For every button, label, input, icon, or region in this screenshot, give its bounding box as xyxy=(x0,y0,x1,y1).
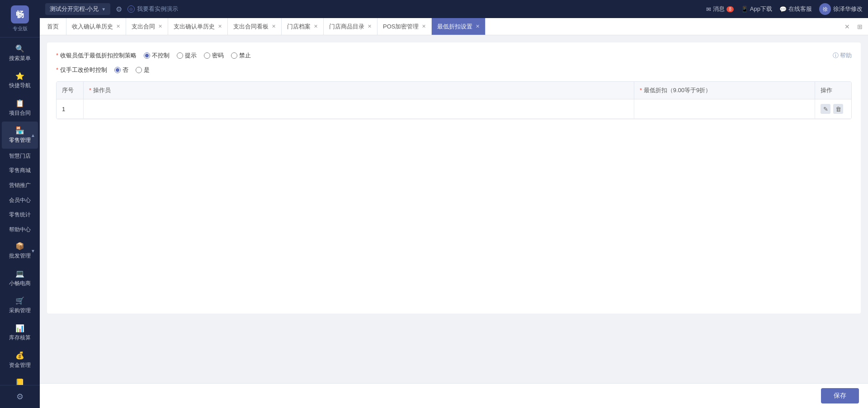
project-selector[interactable]: 测试分开完程-小兄 ▼ xyxy=(45,3,110,15)
finance-icon: 💰 xyxy=(15,351,24,361)
help-link[interactable]: ⓘ 帮助 xyxy=(833,52,852,60)
tab-payment-board-close-icon[interactable]: ✕ xyxy=(272,23,276,29)
user-menu[interactable]: 徐 徐泽华修改 xyxy=(819,3,863,15)
manual-price-label: 仅手工改价时控制 xyxy=(56,66,107,74)
help-circle-icon: ⓘ xyxy=(833,52,839,60)
radio-manual-no[interactable]: 否 xyxy=(114,66,128,74)
delete-row-button[interactable]: 🗑 xyxy=(833,104,843,114)
retail-arrow-icon: ▲ xyxy=(31,132,35,138)
messages-label: 消息 xyxy=(713,5,725,13)
sidebar-item-marketing[interactable]: 营销推广 xyxy=(2,178,38,193)
tab-min-discount[interactable]: 最低折扣设置 ✕ xyxy=(432,18,486,35)
help-label: 帮助 xyxy=(840,52,852,60)
message-icon: ✉ xyxy=(706,6,711,13)
project-dropdown-arrow-icon: ▼ xyxy=(101,7,106,12)
save-button[interactable]: 保存 xyxy=(821,388,859,403)
col-min-discount: 最低折扣（9.00等于9折） xyxy=(634,82,815,99)
tab-store-goods[interactable]: 门店商品目录 ✕ xyxy=(324,18,377,35)
tab-min-discount-close-icon[interactable]: ✕ xyxy=(476,23,480,29)
user-name: 徐泽华修改 xyxy=(833,5,863,13)
tab-payment-confirm-history-label: 支出确认单历史 xyxy=(174,23,215,31)
tabs-bar: 首页 收入确认单历史 ✕ 支出合同 ✕ 支出确认单历史 ✕ 支出合同看板 ✕ 门… xyxy=(40,18,868,35)
radio-manual-yes-label: 是 xyxy=(144,66,150,74)
sidebar: 畅 专业版 🔍 搜索菜单 ⭐ 快捷导航 📋 项目合同 🏪 零售管理 ▲ 智慧门店… xyxy=(0,0,40,408)
radio-manual-no-input[interactable] xyxy=(114,67,121,73)
sidebar-item-ecommerce[interactable]: 💻 小畅电商 xyxy=(2,265,38,291)
tab-pos-password-close-icon[interactable]: ✕ xyxy=(422,23,426,29)
sidebar-item-shortcut[interactable]: ⭐ 快捷导航 xyxy=(2,67,38,94)
edit-row-button[interactable]: ✎ xyxy=(821,104,830,114)
tab-payment-contract-close-icon[interactable]: ✕ xyxy=(158,23,162,29)
tab-store-goods-label: 门店商品目录 xyxy=(329,23,364,31)
sidebar-item-label: 营销推广 xyxy=(9,182,31,189)
project-icon: 📋 xyxy=(15,99,24,108)
sidebar-item-label: 小畅电商 xyxy=(9,280,31,287)
online-service-button[interactable]: 💬 在线客服 xyxy=(779,5,812,13)
tab-store-profile[interactable]: 门店档案 ✕ xyxy=(282,18,324,35)
tab-payment-confirm-history-close-icon[interactable]: ✕ xyxy=(218,23,222,29)
tab-payment-board[interactable]: 支出合同看板 ✕ xyxy=(228,18,282,35)
sidebar-item-project[interactable]: 📋 项目合同 xyxy=(2,94,38,121)
radio-password[interactable]: 密码 xyxy=(204,52,224,60)
ledger-icon: 📒 xyxy=(15,378,24,385)
sidebar-item-member[interactable]: 会员中心 xyxy=(2,193,38,208)
topbar-settings-icon[interactable]: ⚙ xyxy=(116,5,122,14)
radio-prompt-input[interactable] xyxy=(177,52,183,59)
topbar-demo[interactable]: ◎ 我要看实例演示 xyxy=(127,5,178,13)
download-icon: 📱 xyxy=(741,6,748,13)
radio-prompt[interactable]: 提示 xyxy=(177,52,197,60)
sidebar-logo: 畅 专业版 xyxy=(0,0,40,38)
radio-password-input[interactable] xyxy=(204,52,210,59)
sidebar-item-batch[interactable]: 📦 批发管理 ▼ xyxy=(2,237,38,264)
logo-icon: 畅 xyxy=(11,5,29,23)
manual-price-radio-group: 否 是 xyxy=(114,66,150,74)
close-tab-icon[interactable]: ✕ xyxy=(843,22,852,31)
radio-forbid[interactable]: 禁止 xyxy=(231,52,251,60)
cell-operator xyxy=(84,99,634,118)
radio-forbid-input[interactable] xyxy=(231,52,237,59)
tab-home[interactable]: 首页 xyxy=(40,18,66,35)
tab-payment-contract[interactable]: 支出合同 ✕ xyxy=(126,18,168,35)
sidebar-item-label: 资金管理 xyxy=(9,362,31,369)
inventory-icon: 📊 xyxy=(15,324,24,333)
tab-income-history[interactable]: 收入确认单历史 ✕ xyxy=(66,18,126,35)
tab-store-profile-close-icon[interactable]: ✕ xyxy=(314,23,318,29)
sidebar-item-purchase[interactable]: 🛒 采购管理 xyxy=(2,292,38,319)
online-service-label: 在线客服 xyxy=(788,5,812,13)
tab-payment-confirm-history[interactable]: 支出确认单历史 ✕ xyxy=(168,18,228,35)
footer: 保存 xyxy=(40,383,868,408)
sidebar-item-online-store[interactable]: 零售商城 xyxy=(2,164,38,178)
sidebar-item-help-center[interactable]: 帮助中心 xyxy=(2,223,38,237)
sidebar-item-search[interactable]: 🔍 搜索菜单 xyxy=(2,40,38,66)
batch-arrow-icon: ▼ xyxy=(31,248,35,254)
radio-manual-yes[interactable]: 是 xyxy=(136,66,150,74)
messages-badge: 8 xyxy=(726,6,734,12)
sidebar-item-inventory[interactable]: 📊 库存核算 xyxy=(2,319,38,346)
radio-no-control-input[interactable] xyxy=(144,52,150,59)
tab-pos-password[interactable]: POS加密管理 ✕ xyxy=(377,18,432,35)
tab-store-goods-close-icon[interactable]: ✕ xyxy=(368,23,372,29)
service-icon: 💬 xyxy=(779,6,787,13)
discount-policy-label: 收银员低于最低折扣控制策略 xyxy=(56,52,137,60)
sidebar-bottom: ⚙ xyxy=(0,385,40,408)
sidebar-item-retail-stats[interactable]: 零售统计 xyxy=(2,208,38,222)
maximize-tab-icon[interactable]: ⊞ xyxy=(855,22,864,31)
tab-income-history-label: 收入确认单历史 xyxy=(72,23,113,31)
sidebar-item-retail[interactable]: 🏪 零售管理 ▲ xyxy=(2,122,38,148)
avatar-initials: 徐 xyxy=(823,6,828,13)
radio-no-control-label: 不控制 xyxy=(152,52,170,60)
messages-button[interactable]: ✉ 消息 8 xyxy=(706,5,734,13)
settings-icon[interactable]: ⚙ xyxy=(14,389,26,404)
sidebar-item-label: 零售统计 xyxy=(9,211,31,219)
sidebar-item-finance[interactable]: 💰 资金管理 xyxy=(2,347,38,373)
tabs-actions: ✕ ⊞ xyxy=(839,22,868,31)
sidebar-item-label: 零售管理 xyxy=(9,137,31,144)
sidebar-item-label: 会员中心 xyxy=(9,197,31,204)
sidebar-item-ledger[interactable]: 📒 总账管理 xyxy=(2,374,38,385)
radio-no-control[interactable]: 不控制 xyxy=(144,52,170,60)
ecommerce-icon: 💻 xyxy=(15,269,24,279)
tab-income-history-close-icon[interactable]: ✕ xyxy=(116,23,120,29)
sidebar-item-smart-store[interactable]: 智慧门店 xyxy=(2,149,38,164)
app-download-button[interactable]: 📱 App下载 xyxy=(741,5,772,13)
radio-manual-yes-input[interactable] xyxy=(136,67,142,73)
